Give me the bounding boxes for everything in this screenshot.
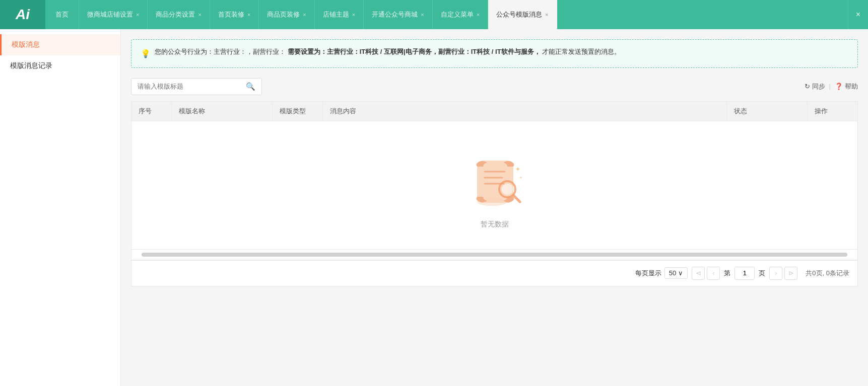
sync-icon: ↻ xyxy=(805,83,810,90)
table-body: ✦ ✦ 暂无数据 xyxy=(131,121,858,249)
sync-label: 同步 xyxy=(812,82,825,91)
page-nav: ⊲ ‹ 第 页 › ⊳ xyxy=(692,267,797,280)
notice-highlight: 需要设置为：主营行业：IT科技 / 互联网|电子商务，副营行业：IT科技 / I… xyxy=(288,48,541,55)
nav-tab-label: 开通公众号商城 xyxy=(372,10,418,19)
table-header-row: 序号 模版名称 模版类型 消息内容 状态 操作 xyxy=(131,101,858,121)
col-header-action: 操作 xyxy=(808,101,858,121)
nav-tab-close[interactable]: × xyxy=(545,12,548,18)
app-logo: Ai xyxy=(0,0,45,29)
nav-tab-label: 商品页装修 xyxy=(267,10,300,19)
notice-prefix: 您的公众号行业为：主营行业：，副营行业： xyxy=(155,48,286,55)
page-size-label: 每页显示 xyxy=(635,269,661,278)
scrollbar-area xyxy=(131,250,858,260)
nav-tab-close[interactable]: × xyxy=(477,12,480,18)
notice-icon: 💡 xyxy=(141,47,151,60)
nav-tab-wechat-shop[interactable]: 微商城店铺设置× xyxy=(79,0,148,29)
nav-tab-close[interactable]: × xyxy=(198,12,201,18)
page-label: 第 xyxy=(724,269,730,278)
nav-tab-home[interactable]: 首页 xyxy=(45,0,79,29)
page-size-select: 每页显示 50 ∨ xyxy=(635,267,688,279)
next-page-button[interactable]: › xyxy=(769,267,782,280)
sidebar-item-label: 模版消息 xyxy=(12,40,40,48)
nav-tab-label: 店铺主题 xyxy=(323,10,349,19)
nav-tab-close[interactable]: × xyxy=(136,12,139,18)
nav-tab-close[interactable]: × xyxy=(352,12,355,18)
main-layout: 模版消息模版消息记录 💡 您的公众号行业为：主营行业：，副营行业： 需要设置为：… xyxy=(0,29,868,386)
svg-text:✦: ✦ xyxy=(515,165,521,173)
nav-tab-label: 自定义菜单 xyxy=(441,10,474,19)
nav-tab-shop-theme[interactable]: 店铺主题× xyxy=(315,0,364,29)
empty-text: 暂无数据 xyxy=(131,220,857,229)
toolbar-right: ↻ 同步 | ❓ 帮助 xyxy=(805,82,858,91)
toolbar: 🔍 ↻ 同步 | ❓ 帮助 xyxy=(131,78,858,95)
nav-tab-label: 微商城店铺设置 xyxy=(87,10,133,19)
nav-tab-label: 首页装修 xyxy=(218,10,244,19)
nav-tab-open-shop[interactable]: 开通公众号商城× xyxy=(364,0,432,29)
nav-tab-label: 商品分类设置 xyxy=(156,10,195,19)
sidebar-item-label: 模版消息记录 xyxy=(10,61,52,69)
nav-tab-template-msg[interactable]: 公众号模版消息× xyxy=(488,0,557,29)
col-header-content: 消息内容 xyxy=(323,101,727,121)
empty-state-row: ✦ ✦ 暂无数据 xyxy=(131,121,858,249)
close-all-button[interactable]: × xyxy=(848,0,868,29)
notice-suffix: 才能正常发送预置的消息。 xyxy=(542,48,621,55)
content-area: 💡 您的公众号行业为：主营行业：，副营行业： 需要设置为：主营行业：IT科技 /… xyxy=(121,29,868,386)
nav-tab-home-decor[interactable]: 首页装修× xyxy=(210,0,259,29)
page-suffix: 页 xyxy=(759,269,765,278)
col-header-status: 状态 xyxy=(727,101,808,121)
col-header-type: 模版类型 xyxy=(273,101,323,121)
col-header-name: 模版名称 xyxy=(172,101,273,121)
scroll-track[interactable] xyxy=(142,253,847,257)
nav-tab-close[interactable]: × xyxy=(247,12,250,18)
table-head: 序号 模版名称 模版类型 消息内容 状态 操作 xyxy=(131,101,858,121)
search-input[interactable] xyxy=(131,79,240,94)
sidebar: 模版消息模版消息记录 xyxy=(0,29,121,386)
help-icon: ❓ xyxy=(835,83,843,90)
first-page-button[interactable]: ⊲ xyxy=(692,267,705,280)
logo-text: Ai xyxy=(16,7,30,23)
nav-tab-custom-menu[interactable]: 自定义菜单× xyxy=(433,0,488,29)
nav-tab-product-category[interactable]: 商品分类设置× xyxy=(148,0,210,29)
last-page-button[interactable]: ⊳ xyxy=(784,267,797,280)
nav-tab-close[interactable]: × xyxy=(421,12,424,18)
sync-button[interactable]: ↻ 同步 xyxy=(805,82,825,91)
empty-state: ✦ ✦ 暂无数据 xyxy=(131,121,857,249)
help-button[interactable]: ❓ 帮助 xyxy=(835,82,858,91)
svg-text:✦: ✦ xyxy=(519,175,523,180)
sidebar-item-template-msg[interactable]: 模版消息 xyxy=(0,34,120,55)
nav-tab-close[interactable]: × xyxy=(303,12,306,18)
pagination: 每页显示 50 ∨ ⊲ ‹ 第 页 › ⊳ 共0页, 0条记录 xyxy=(131,260,858,286)
page-size-dropdown[interactable]: 50 ∨ xyxy=(664,267,688,279)
page-size-value: 50 xyxy=(669,269,676,277)
help-label: 帮助 xyxy=(845,82,858,91)
notice-text: 您的公众号行业为：主营行业：，副营行业： 需要设置为：主营行业：IT科技 / 互… xyxy=(155,47,621,57)
prev-page-button[interactable]: ‹ xyxy=(707,267,720,280)
svg-line-6 xyxy=(513,195,520,202)
total-info: 共0页, 0条记录 xyxy=(806,269,849,278)
divider: | xyxy=(829,83,831,90)
data-table: 序号 模版名称 模版类型 消息内容 状态 操作 xyxy=(131,101,858,250)
nav-tab-product-decor[interactable]: 商品页装修× xyxy=(259,0,314,29)
dropdown-icon: ∨ xyxy=(678,269,683,277)
page-input[interactable] xyxy=(735,267,755,280)
empty-illustration: ✦ ✦ xyxy=(464,151,525,212)
nav-tabs-container: 首页微商城店铺设置×商品分类设置×首页装修×商品页装修×店铺主题×开通公众号商城… xyxy=(45,0,848,29)
search-button[interactable]: 🔍 xyxy=(240,79,261,95)
search-box: 🔍 xyxy=(131,78,262,95)
nav-tab-label: 公众号模版消息 xyxy=(496,10,542,19)
top-navbar: Ai 首页微商城店铺设置×商品分类设置×首页装修×商品页装修×店铺主题×开通公众… xyxy=(0,0,868,29)
nav-tab-label: 首页 xyxy=(55,10,69,19)
sidebar-item-template-record[interactable]: 模版消息记录 xyxy=(0,55,120,76)
col-header-seq: 序号 xyxy=(131,101,172,121)
svg-point-5 xyxy=(502,184,513,195)
notice-box: 💡 您的公众号行业为：主营行业：，副营行业： 需要设置为：主营行业：IT科技 /… xyxy=(131,39,858,68)
empty-cell: ✦ ✦ 暂无数据 xyxy=(131,121,858,249)
